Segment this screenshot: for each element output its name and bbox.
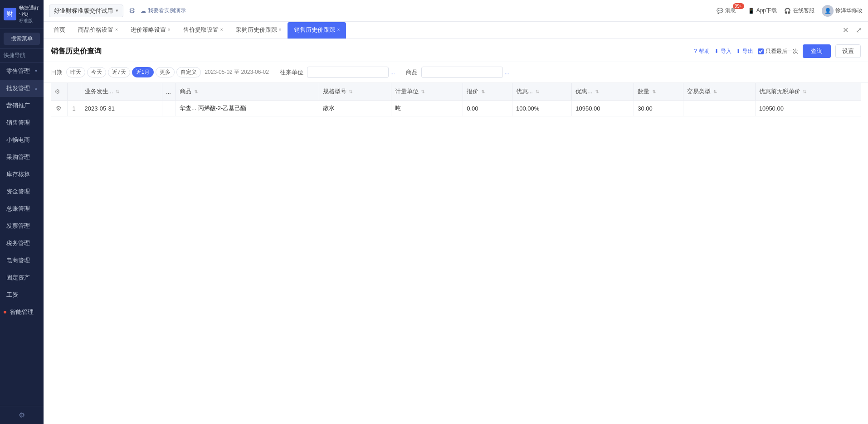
row-unit: 吨	[391, 101, 463, 116]
import-icon: ⬇	[714, 48, 719, 54]
sidebar-item-fixed-assets[interactable]: 固定资产	[0, 269, 44, 286]
table-row[interactable]: ⚙ 1 2023-05-31 华查... 丙烯酸-2-乙基己酯 散水 吨 0.0…	[51, 101, 861, 116]
col-more[interactable]: ...	[162, 83, 176, 101]
app-download-button[interactable]: 📱 App下载	[748, 7, 777, 14]
product-label: 商品	[406, 68, 418, 77]
sidebar-search-area[interactable]: 搜索菜单	[0, 29, 44, 49]
help-button[interactable]: ? 帮助	[694, 48, 710, 55]
sidebar-item-marketing[interactable]: 营销推广	[0, 97, 44, 114]
sidebar-item-ledger[interactable]: 总账管理	[0, 200, 44, 217]
expand-tab-button[interactable]: ⤢	[853, 25, 864, 35]
product-more-button[interactable]: ...	[505, 69, 509, 76]
col-num	[67, 83, 81, 101]
sidebar-item-label: 批发管理	[6, 84, 30, 92]
sidebar-item-inventory[interactable]: 库存核算	[0, 166, 44, 183]
col-qty[interactable]: 数量 ⇅	[634, 83, 683, 101]
sort-icon: ⇅	[652, 89, 656, 94]
sort-icon: ⇅	[803, 89, 806, 94]
tab-home[interactable]: 首页	[47, 22, 72, 39]
sidebar-item-purchase[interactable]: 采购管理	[0, 149, 44, 166]
message-icon: 💬	[717, 8, 723, 14]
sidebar-item-label: 发票管理	[6, 222, 30, 230]
gear-icon[interactable]: ⚙	[54, 88, 60, 95]
tab-pricing-strategy[interactable]: 进价策略设置 ×	[124, 22, 177, 39]
sort-icon: ⇅	[595, 89, 599, 94]
partner-label: 往来单位	[280, 68, 303, 77]
tab-sales-history[interactable]: 销售历史价跟踪 ×	[288, 22, 346, 39]
sidebar-item-sales[interactable]: 销售管理	[0, 114, 44, 131]
search-menu-button[interactable]: 搜索菜单	[4, 33, 40, 45]
tab-purchase-history[interactable]: 采购历史价跟踪 ×	[229, 22, 288, 39]
close-icon[interactable]: ×	[168, 27, 171, 32]
sidebar-item-label: 固定资产	[6, 274, 30, 282]
sidebar-item-ecommerce[interactable]: 小畅电商	[0, 131, 44, 149]
online-service-button[interactable]: 🎧 在线客服	[784, 7, 814, 14]
demo-button[interactable]: ☁ 我要看实例演示	[141, 7, 186, 14]
date-yesterday[interactable]: 昨天	[66, 67, 85, 77]
row-gear[interactable]: ⚙	[51, 101, 67, 116]
tab-price-extract[interactable]: 售价提取设置 ×	[177, 22, 229, 39]
avatar: 👤	[822, 5, 834, 17]
import-button[interactable]: ⬇ 导入	[714, 48, 731, 55]
gear-icon[interactable]: ⚙	[56, 105, 62, 112]
sidebar-item-salary[interactable]: 工资	[0, 286, 44, 304]
app-icon: 📱	[748, 8, 755, 14]
message-button[interactable]: 💬 消息 99+	[717, 7, 741, 14]
sidebar-item-tax[interactable]: 税务管理	[0, 235, 44, 252]
message-badge: 99+	[733, 3, 744, 9]
topbar: 好业财标准版交付试用 ▾ ⚙ ☁ 我要看实例演示 💬 消息 99+ 📱 App下…	[44, 0, 868, 22]
close-icon[interactable]: ×	[220, 27, 223, 32]
sidebar-item-finance[interactable]: 资金管理	[0, 183, 44, 200]
col-product[interactable]: 商品 ⇅	[176, 83, 319, 101]
col-pretax-price[interactable]: 优惠前无税单价 ⇅	[755, 83, 861, 101]
col-unit-label: 计量单位	[395, 88, 419, 95]
col-discount2[interactable]: 优惠... ⇅	[572, 83, 634, 101]
tab-price-settings[interactable]: 商品价格设置 ×	[72, 22, 124, 39]
col-spec[interactable]: 规格型号 ⇅	[319, 83, 391, 101]
date-more[interactable]: 更多	[156, 67, 175, 77]
tab-label: 销售历史价跟踪	[294, 26, 335, 34]
sidebar-item-smart[interactable]: 智能管理	[0, 304, 44, 321]
col-date[interactable]: 业务发生... ⇅	[81, 83, 162, 101]
sidebar-quicknav[interactable]: 快捷导航	[0, 49, 44, 63]
product-filter: 商品 ...	[406, 67, 509, 78]
sort-icon: ⇅	[536, 89, 539, 94]
close-icon[interactable]: ×	[279, 27, 282, 32]
date-custom[interactable]: 自定义	[176, 67, 201, 77]
sidebar-item-invoice[interactable]: 发票管理	[0, 217, 44, 235]
query-button[interactable]: 查询	[803, 44, 831, 58]
module-selector[interactable]: 好业财标准版交付试用 ▾	[49, 5, 123, 17]
tab-label: 进价策略设置	[131, 26, 166, 34]
page-settings-button[interactable]: 设置	[835, 44, 861, 58]
close-tab-button[interactable]: ✕	[840, 25, 851, 35]
export-button[interactable]: ⬆ 导出	[736, 48, 753, 55]
only-last-input[interactable]	[758, 48, 764, 54]
date-today[interactable]: 今天	[87, 67, 106, 77]
close-icon[interactable]: ×	[337, 27, 340, 32]
partner-input[interactable]	[307, 67, 389, 78]
col-discount1[interactable]: 优惠... ⇅	[512, 83, 572, 101]
col-discount1-label: 优惠...	[516, 88, 533, 95]
col-price[interactable]: 报价 ⇅	[463, 83, 512, 101]
sidebar-item-ec-mgmt[interactable]: 电商管理	[0, 252, 44, 269]
col-txn-type[interactable]: 交易类型 ⇅	[683, 83, 755, 101]
export-icon: ⬆	[736, 48, 741, 54]
date-last1month[interactable]: 近1月	[132, 67, 154, 77]
user-menu[interactable]: 👤 徐泽华修改	[822, 5, 863, 17]
settings-icon[interactable]: ⚙	[19, 411, 25, 419]
col-unit[interactable]: 计量单位 ⇅	[391, 83, 463, 101]
close-icon[interactable]: ×	[115, 27, 118, 32]
col-gear[interactable]: ⚙	[51, 83, 67, 101]
cloud-icon: ☁	[141, 8, 146, 14]
chevron-up-icon: ▴	[35, 86, 37, 91]
product-input[interactable]	[421, 67, 503, 78]
tabs-actions: ✕ ⤢	[840, 25, 864, 35]
partner-more-button[interactable]: ...	[390, 69, 395, 76]
sidebar-item-wholesale[interactable]: 批发管理 ▴	[0, 80, 44, 97]
sort-icon: ⇅	[116, 89, 119, 94]
sidebar-item-retail[interactable]: 零售管理 ▾	[0, 63, 44, 80]
topbar-settings-icon[interactable]: ⚙	[129, 6, 135, 15]
only-last-checkbox[interactable]: 只看最后一次	[758, 48, 798, 55]
sidebar-bottom: ⚙	[0, 406, 44, 424]
date-last7[interactable]: 近7天	[108, 67, 130, 77]
